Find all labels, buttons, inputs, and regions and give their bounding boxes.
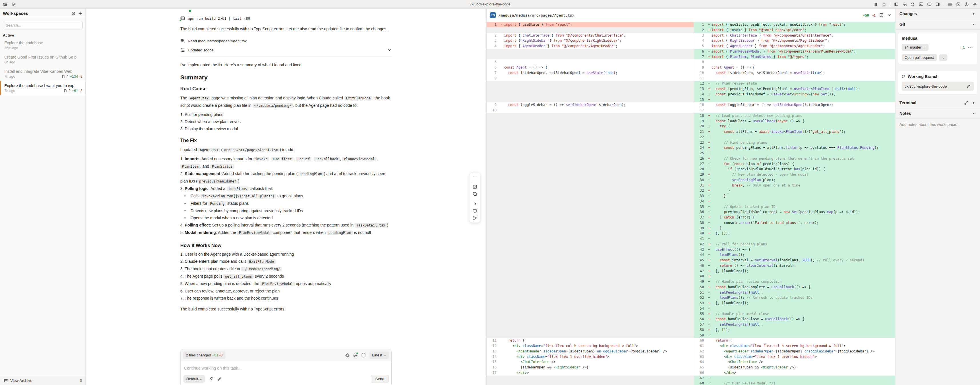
panel-right-icon[interactable] xyxy=(935,2,940,6)
diff-row: 13 <AgentHeader sidebarOpen={sidebarOpen… xyxy=(487,349,895,354)
sign-out-icon[interactable] xyxy=(11,2,16,6)
caret-right-icon xyxy=(971,11,976,16)
fix-list: 1. Imports: Added necessary imports for … xyxy=(180,155,392,237)
open-pr-button[interactable]: Open pull request xyxy=(902,54,937,61)
workspace-item[interactable]: Explore the codebase 35m ago xyxy=(0,38,86,52)
message-composer: 2 files changed +61 -3 Latest ⌄ xyxy=(180,349,392,385)
diff-row: 40+ }, []); xyxy=(487,231,895,236)
paperclip-icon[interactable] xyxy=(209,377,213,381)
panel-left-icon[interactable] xyxy=(894,2,899,6)
notes-section-header[interactable]: Notes xyxy=(896,108,980,119)
terminal-tool-row[interactable]: npm run build 2>&1 | tail -80 xyxy=(180,16,392,21)
burst-icon[interactable] xyxy=(345,353,350,358)
changes-section-header[interactable]: Changes xyxy=(896,9,980,19)
list-item: 2. Detect when a new plan arrives xyxy=(180,118,392,126)
workspace-stats: 4 +134 -2 xyxy=(62,75,83,78)
latest-dropdown[interactable]: Latest ⌄ xyxy=(369,352,389,359)
view-archive-button[interactable]: View Archive 0 xyxy=(0,376,86,385)
list-item: 5. Modal rendering: Added the PlanReview… xyxy=(180,229,392,237)
terminal-icon[interactable] xyxy=(919,2,923,6)
copy-icon[interactable] xyxy=(473,192,477,196)
pause-icon[interactable] xyxy=(873,2,878,6)
files-changed-chip[interactable]: 2 files changed +61 -3 xyxy=(183,351,226,359)
share-cursor-icon[interactable] xyxy=(956,2,961,6)
root-cause-list: 1. Poll for pending plans2. Detect when … xyxy=(180,111,392,132)
notes-placeholder[interactable]: Add notes about this workspace... xyxy=(896,119,980,130)
titlebar-left-icons xyxy=(3,2,16,6)
git-sync-icon[interactable] xyxy=(911,2,915,6)
diff-row: 25+ xyxy=(487,151,895,156)
workspace-item[interactable]: Install and integrate Vibe Kanban Web 7h… xyxy=(0,67,86,81)
git-section-header[interactable]: Git xyxy=(896,19,980,30)
diff-row: 14 <div className="flex flex-1 overflow-… xyxy=(487,354,895,360)
sidebar-title: Workspaces xyxy=(3,11,28,16)
file-path: /medusa/medusa/src/pages/Agent.tsx xyxy=(498,13,574,18)
diff-view-icon[interactable] xyxy=(879,13,884,18)
assistant-paragraph: I've implemented the fix. Here's a summa… xyxy=(180,61,392,68)
more-button[interactable]: ··· xyxy=(967,45,974,50)
branch-dropdown[interactable]: master ⌄ xyxy=(902,44,929,51)
diff-row: 47+ }, [loadPlans]); xyxy=(487,269,895,274)
drag-dots-icon[interactable] xyxy=(473,175,477,179)
diff-row: 58+ }, []); xyxy=(487,327,895,333)
diff-row: 9 const toggleSidebar = () => setSidebar… xyxy=(487,102,895,108)
chevron-down-icon[interactable] xyxy=(887,13,892,18)
status-dot xyxy=(189,10,191,12)
git-branch-icon xyxy=(902,75,905,78)
pen-icon[interactable] xyxy=(218,377,222,381)
diff-row: 68+ {/* Plan Review Modal */} xyxy=(487,381,895,385)
list-item: 1. User is on the Agent page with a Dock… xyxy=(180,251,392,258)
diff-row: 51+ setPendingPlan(null); xyxy=(487,290,895,295)
layers-icon[interactable] xyxy=(71,11,76,16)
window-title: vk/3ccf-explore-the-code xyxy=(470,2,510,6)
working-branch-field[interactable]: vk/3ccf-explore-the-code xyxy=(902,82,974,91)
assets-icon[interactable] xyxy=(902,2,907,6)
diff-row: 30+ setPendingPlan(plan); xyxy=(487,177,895,183)
workspace-time: 35m ago xyxy=(4,46,18,50)
terminal-section-header[interactable]: Terminal xyxy=(896,98,980,108)
add-workspace-button[interactable] xyxy=(78,11,83,16)
workspace-title: Explore the codebase I want you to exp xyxy=(4,83,83,88)
model-dropdown[interactable]: Default⌄ xyxy=(183,375,205,383)
play-icon[interactable] xyxy=(473,202,477,206)
diff-row: 811 xyxy=(487,76,895,81)
diff-row: 15+ xyxy=(487,97,895,103)
diff-row: 53+ }, [loadPlans]); xyxy=(487,301,895,306)
expand-icon[interactable] xyxy=(964,100,969,105)
repo-name: medusa xyxy=(902,36,974,41)
diff-deletions: -1 xyxy=(872,13,876,18)
git-branch-icon[interactable] xyxy=(473,216,477,221)
edit-icon[interactable] xyxy=(966,84,971,89)
workspace-item[interactable]: Create Good First Issues on Github So p … xyxy=(0,52,86,67)
archive-icon[interactable] xyxy=(3,2,8,6)
list-item: 3. Display the plan review modal xyxy=(180,126,392,132)
search-input[interactable] xyxy=(3,21,83,29)
diff-row: 20+ try { xyxy=(487,124,895,129)
collapse-icon[interactable] xyxy=(882,2,886,6)
floating-toolbar xyxy=(469,172,480,223)
diff-panel: TS /medusa/medusa/src/pages/Agent.tsx +5… xyxy=(486,9,895,385)
diff-view-icon[interactable] xyxy=(473,185,477,189)
diff-row: 59+ xyxy=(487,333,895,338)
working-branch-card: Working Branch vk/3ccf-explore-the-code xyxy=(898,71,977,94)
chevron-down-icon[interactable] xyxy=(387,48,392,52)
read-tool-row[interactable]: Read medusa/src/pages/Agent.tsx xyxy=(180,38,392,43)
updated-todos-row[interactable]: Updated Todos xyxy=(180,48,392,57)
settings-icon[interactable] xyxy=(972,2,977,6)
pr-dropdown-button[interactable]: ⌄ xyxy=(939,54,947,61)
diff-row: 37+ } catch (error) { xyxy=(487,215,895,220)
chat-input[interactable] xyxy=(184,366,388,371)
caret-right-icon xyxy=(971,100,976,105)
send-button[interactable]: Send xyxy=(371,375,388,383)
menu-icon[interactable] xyxy=(948,2,952,6)
fix-intro: I updated Agent.tsx (medusa/src/pages/Ag… xyxy=(180,146,392,154)
help-icon[interactable] xyxy=(964,2,969,6)
diff-row: 43+ useEffect(() => { xyxy=(487,247,895,253)
workspace-item-selected[interactable]: Explore the codebase I want you to exp 7… xyxy=(0,81,86,95)
monitor-icon[interactable] xyxy=(927,2,932,6)
caret-down-icon xyxy=(971,111,976,116)
diff-row: 21+ const allPlans = await invoke<PlanIt… xyxy=(487,129,895,135)
monitor-icon[interactable] xyxy=(473,209,477,213)
right-panel: Changes Git medusa master ⌄ ↑ 1 ··· Open… xyxy=(895,9,980,385)
diff-row: 46+ return () => clearInterval(interval)… xyxy=(487,263,895,269)
